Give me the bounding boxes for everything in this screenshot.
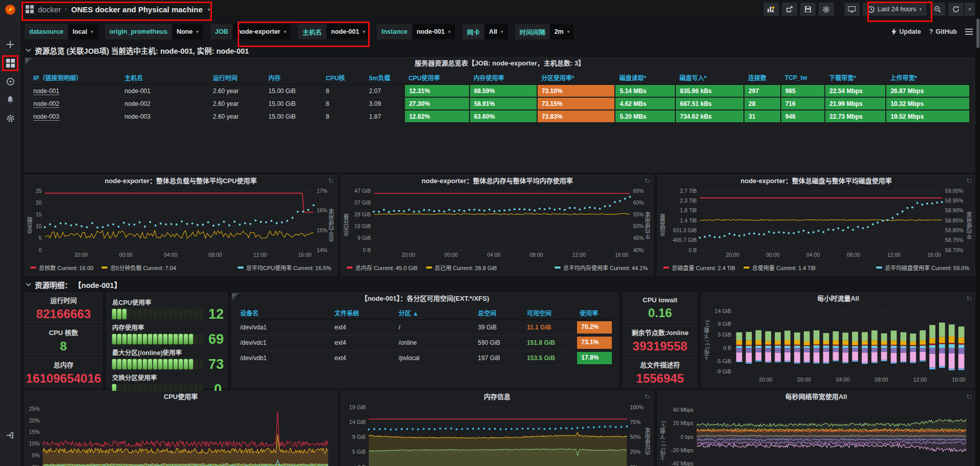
column-header[interactable]: IP（链接到明细）: [29, 71, 120, 84]
column-header[interactable]: 内存: [264, 71, 322, 84]
scrollbar-thumb[interactable]: [976, 18, 979, 48]
refresh-icon[interactable]: ↻: [645, 393, 650, 401]
breadcrumb-section[interactable]: docker: [38, 5, 61, 14]
refresh-icon[interactable]: ↻: [966, 393, 972, 401]
chart-plot[interactable]: 40 Mbps20 Mbps0 bps-20 Mbps-40 Mbps20:00…: [660, 404, 972, 466]
column-header[interactable]: 使用率: [576, 306, 613, 320]
panel-info-icon[interactable]: i: [232, 293, 239, 300]
dashboard-title[interactable]: ONES docker and Physical machine: [71, 5, 203, 14]
variable-value-dropdown[interactable]: node-001▾: [412, 24, 455, 39]
table-cell: 8: [322, 110, 365, 123]
column-header[interactable]: CPU核: [322, 71, 365, 84]
refresh-interval-dropdown[interactable]: ▾: [965, 3, 975, 16]
panel-info-icon[interactable]: i: [25, 58, 32, 65]
legend-item[interactable]: 总5分钟负载 Current: 7.04: [101, 263, 176, 272]
svg-text:58.95%: 58.95%: [945, 197, 964, 204]
chart-plot[interactable]: 2.7 TiB2.3 TiB1.8 TiB1.4 TiB931.3 GiB465…: [660, 188, 972, 258]
column-header[interactable]: 5m负载: [365, 71, 404, 84]
panel-title[interactable]: 【node-001】：各分区可用空间(EXT.*/XFS): [232, 293, 618, 304]
variable-value-dropdown[interactable]: All▾: [484, 24, 508, 39]
chart-plot[interactable]: 25%20%15%10%5%0%20:0000:0004:0008:0012:0…: [27, 404, 334, 466]
legend-item[interactable]: 总内存 Current: 45.0 GiB: [347, 263, 418, 272]
panel-title[interactable]: node-exporter：整体总磁盘与整体平均磁盘使用率: [658, 175, 974, 187]
update-link[interactable]: Update: [891, 28, 921, 35]
explore-compass-icon: [6, 77, 15, 86]
chart-plot[interactable]: 14 GiB9 GiB5 GiB0 B-5 GiB-9 GiB20:0000:0…: [704, 305, 972, 383]
column-header[interactable]: 主机名: [120, 71, 209, 84]
github-link[interactable]: ? GitHub: [929, 28, 957, 35]
sign-in-menu-item[interactable]: [0, 428, 20, 443]
column-header[interactable]: 设备名: [236, 306, 330, 320]
column-header[interactable]: TCP_tw: [781, 71, 825, 84]
legend-item[interactable]: 总使用量 Current: 1.4 TiB: [743, 263, 816, 272]
legend-text: 总平均磁盘使用率 Current: 59.0%: [885, 263, 969, 272]
menu-icon[interactable]: [965, 29, 973, 35]
column-header[interactable]: 连接数: [744, 71, 781, 84]
column-header[interactable]: 分区使用率*: [537, 71, 615, 84]
refresh-icon[interactable]: ↻: [966, 295, 972, 302]
variable-value-dropdown[interactable]: None▾: [172, 24, 203, 39]
dashboard-settings-button[interactable]: [819, 3, 834, 16]
legend-item[interactable]: 总磁盘量 Current: 2.4 TiB: [663, 263, 735, 272]
variable-value-dropdown[interactable]: node-exporter▾: [232, 24, 291, 39]
table-cell[interactable]: node-002: [29, 97, 120, 110]
column-header[interactable]: 上传带宽*: [886, 71, 970, 84]
column-header[interactable]: 分区 ▲: [395, 306, 474, 320]
section-overview-title: 资源总览 (关联JOB项) 当前选中主机: node-001, 实例: node…: [35, 45, 249, 56]
alerting-menu-item[interactable]: [0, 92, 20, 107]
legend-item[interactable]: 总已用 Current: 28.8 GiB: [426, 263, 497, 272]
variable-value-dropdown[interactable]: 2m▾: [550, 24, 574, 39]
table-cell[interactable]: node-003: [29, 110, 120, 123]
column-header[interactable]: 下载带宽*: [825, 71, 886, 84]
create-menu-item[interactable]: [0, 37, 20, 52]
dashboards-menu-item[interactable]: [0, 55, 20, 71]
panel-title[interactable]: CPU使用率: [25, 391, 336, 403]
column-header[interactable]: 运行时间: [209, 71, 264, 84]
dashboard-grid-icon: [26, 5, 34, 13]
panel-title[interactable]: 每小时流量All: [702, 293, 974, 304]
svg-text:0 B: 0 B: [689, 247, 697, 253]
column-header[interactable]: 总空间: [474, 306, 523, 320]
column-header[interactable]: 内存使用率: [470, 71, 537, 84]
cycle-view-button[interactable]: [844, 3, 860, 16]
panel-title[interactable]: node-exporter：整体总内存与整体平均内存使用率: [342, 175, 653, 187]
refresh-icon[interactable]: ↻: [645, 177, 650, 185]
column-header[interactable]: 磁盘写入*: [675, 71, 744, 84]
panel-title[interactable]: node-exporter：整体总负载与整体平均CPU使用率: [25, 175, 336, 187]
breadcrumb[interactable]: docker › ONES docker and Physical machin…: [26, 5, 210, 14]
variable-value-dropdown[interactable]: node-001▾: [327, 24, 370, 39]
section-overview[interactable]: 资源总览 (关联JOB项) 当前选中主机: node-001, 实例: node…: [26, 45, 249, 56]
legend-item[interactable]: 总平均内存使用率 Current: 44.1%: [555, 263, 648, 272]
grafana-logo[interactable]: [0, 2, 20, 17]
chart-plot[interactable]: 252015105017%16%15%14%20:0000:0004:0008:…: [27, 188, 334, 258]
column-header[interactable]: CPU使用率: [404, 71, 470, 84]
refresh-button[interactable]: [948, 3, 964, 16]
scrollbar[interactable]: [976, 0, 980, 466]
column-header[interactable]: 文件系统: [330, 306, 394, 320]
chart-plot[interactable]: 19 GiB14 GiB9 GiB5 GiB0 B100%75%50%25%0%…: [344, 404, 651, 466]
svg-text:14 GiB: 14 GiB: [349, 419, 366, 425]
chart-plot[interactable]: 47 GiB37 GiB28 GiB19 GiB9 GiB0 B65%60%55…: [344, 188, 651, 258]
zoom-out-button[interactable]: [930, 3, 945, 16]
gauge-label: 最大分区(/online)使用率: [112, 347, 222, 357]
share-button[interactable]: [782, 3, 797, 16]
save-button[interactable]: [800, 3, 816, 16]
column-header[interactable]: 磁盘读取*: [615, 71, 675, 84]
legend-item[interactable]: 总核数 Current: 16.00: [30, 263, 93, 272]
time-range-picker[interactable]: Last 24 hours ▾: [863, 3, 927, 16]
refresh-icon[interactable]: ↻: [966, 177, 972, 185]
section-detail[interactable]: 资源明细： 【node-001】: [26, 279, 121, 290]
refresh-icon[interactable]: ↻: [328, 177, 334, 185]
variable-value-dropdown[interactable]: local▾: [68, 24, 98, 39]
column-header[interactable]: 可用空间: [523, 306, 576, 320]
add-panel-button[interactable]: [763, 3, 779, 16]
configuration-menu-item[interactable]: [0, 110, 20, 126]
legend-item[interactable]: 总平均磁盘使用率 Current: 59.0%: [876, 263, 969, 272]
save-icon: [804, 6, 812, 13]
explore-menu-item[interactable]: [0, 74, 20, 89]
table-cell[interactable]: node-001: [29, 84, 120, 97]
panel-title[interactable]: 内存信息: [342, 391, 653, 403]
panel-title[interactable]: 每秒网络带宽使用All: [658, 391, 974, 403]
panel-title[interactable]: 服务器资源总览表【JOB: node-exporter，主机总数: 3】: [25, 58, 974, 69]
legend-item[interactable]: 总平均CPU使用率 Current: 16.5%: [238, 263, 331, 272]
